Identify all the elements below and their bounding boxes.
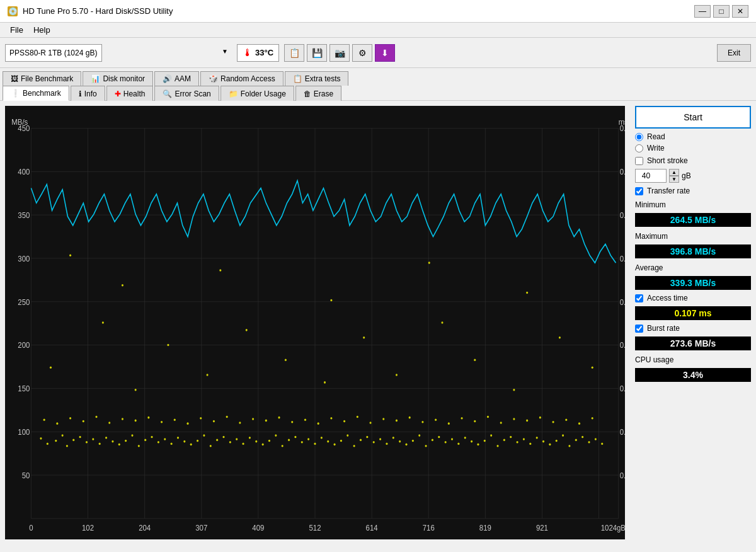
settings-icon-button[interactable]: ⚙ [352,44,372,62]
svg-point-138 [588,441,590,444]
benchmark-icon: ❕ [11,89,20,98]
minimize-button[interactable]: — [694,5,711,18]
svg-text:512: 512 [309,523,321,532]
short-stroke-checkbox-row[interactable]: Short stroke [635,156,751,165]
svg-point-146 [108,422,110,424]
svg-point-154 [213,420,215,423]
tab-disk-monitor[interactable]: 📊 Disk monitor [83,71,153,86]
svg-point-194 [441,321,443,324]
copy-icon-button[interactable]: 📋 [284,44,304,62]
svg-point-104 [366,436,368,439]
svg-point-171 [435,418,437,421]
svg-point-161 [304,418,306,421]
svg-point-143 [69,417,71,420]
menu-file[interactable]: File [5,24,28,36]
svg-point-88 [262,444,264,446]
svg-point-77 [190,444,192,446]
svg-point-166 [369,422,371,424]
svg-text:307: 307 [195,523,207,532]
svg-point-81 [216,439,218,441]
short-stroke-down[interactable]: ▼ [669,176,679,183]
access-time-checkbox[interactable] [635,294,643,302]
download-icon-button[interactable]: ⬇ [375,44,395,62]
svg-point-78 [197,440,198,442]
svg-point-141 [43,418,45,421]
tab-extra-tests[interactable]: 📋 Extra tests [285,71,349,86]
tab-file-benchmark[interactable]: 🖼 File Benchmark [3,71,81,86]
svg-text:1024gB: 1024gB [601,523,625,532]
write-radio-label[interactable]: Write [635,144,751,152]
svg-text:0.20: 0.20 [620,341,625,350]
tab-aam[interactable]: 🔊 AAM [154,71,199,86]
svg-point-137 [581,436,583,439]
svg-point-156 [239,422,241,424]
transfer-rate-checkbox-row[interactable]: Transfer rate [635,187,751,195]
start-button[interactable]: Start [635,106,751,129]
svg-point-96 [314,442,316,445]
svg-point-65 [112,440,113,443]
read-radio-label[interactable]: Read [635,132,751,141]
short-stroke-input[interactable] [635,169,667,183]
tab-info[interactable]: ℹ Info [71,86,105,101]
svg-point-87 [255,440,257,443]
write-radio[interactable] [635,144,643,152]
svg-point-186 [135,389,137,391]
menu-bar: File Help [0,23,756,38]
svg-point-86 [249,437,251,439]
file-benchmark-icon: 🖼 [11,74,18,83]
error-scan-icon: 🔍 [163,89,172,98]
tab-error-scan[interactable]: 🔍 Error Scan [154,86,219,101]
svg-point-176 [500,422,502,424]
tab-health[interactable]: ✚ Health [106,86,154,101]
maximum-label: Maximum [635,232,751,241]
svg-text:0.05: 0.05 [620,471,625,480]
close-button[interactable]: ✕ [732,5,748,18]
svg-point-101 [346,434,348,437]
tab-erase[interactable]: 🗑 Erase [295,86,341,101]
burst-rate-checkbox-row[interactable]: Burst rate [635,324,751,333]
svg-point-133 [556,440,558,442]
svg-point-192 [363,336,365,339]
svg-point-54 [40,437,42,440]
svg-text:150: 150 [18,384,30,393]
toolbar: PPSS80-R 1TB (1024 gB) 🌡 33°C 📋 💾 📷 ⚙ ⬇ … [0,38,756,68]
tab-random-access[interactable]: 🎲 Random Access [200,71,284,86]
save-icon-button[interactable]: 💾 [307,44,327,62]
short-stroke-checkbox[interactable] [635,157,643,165]
svg-text:0.30: 0.30 [620,254,625,263]
camera-icon-button[interactable]: 📷 [329,44,350,62]
svg-point-182 [578,422,580,425]
svg-point-110 [405,444,407,446]
svg-point-122 [484,440,486,442]
tab-folder-usage[interactable]: 📁 Folder Usage [220,86,294,101]
tabs-outer: 🖼 File Benchmark 📊 Disk monitor 🔊 AAM 🎲 … [0,68,756,101]
svg-point-107 [386,442,387,445]
svg-point-190 [285,359,287,362]
svg-point-173 [461,417,462,420]
burst-rate-checkbox[interactable] [635,325,643,333]
short-stroke-up[interactable]: ▲ [669,169,679,176]
svg-point-131 [542,440,544,443]
svg-point-108 [392,437,394,439]
tab-benchmark[interactable]: ❕ Benchmark [3,86,69,101]
access-time-checkbox-row[interactable]: Access time [635,294,751,302]
svg-point-199 [69,254,71,256]
svg-point-201 [219,269,221,272]
svg-point-74 [171,442,173,445]
maximize-button[interactable]: □ [713,5,730,18]
svg-point-57 [62,434,64,437]
svg-point-148 [135,420,137,422]
minimum-value: 264.5 MB/s [635,213,751,227]
menu-help[interactable]: Help [28,24,55,36]
transfer-rate-checkbox[interactable] [635,187,643,195]
drive-select-wrapper: PPSS80-R 1TB (1024 gB) [5,44,232,62]
svg-point-114 [432,439,433,441]
svg-point-200 [122,284,123,287]
average-label: Average [635,263,751,272]
svg-point-95 [307,438,309,440]
read-radio[interactable] [635,133,643,141]
exit-button[interactable]: Exit [717,44,751,62]
svg-point-113 [425,445,427,447]
drive-select[interactable]: PPSS80-R 1TB (1024 gB) [5,44,102,62]
svg-point-60 [79,436,81,439]
